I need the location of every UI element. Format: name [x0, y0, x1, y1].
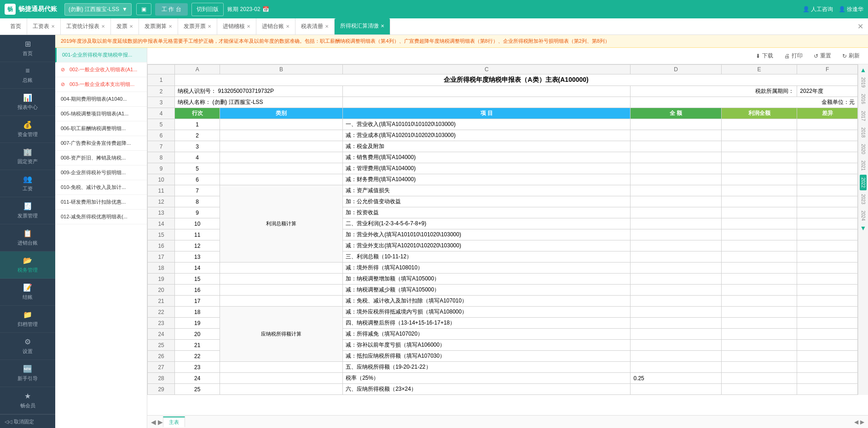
close-icon[interactable]: ✕	[381, 23, 384, 29]
close-icon[interactable]: ✕	[286, 24, 289, 29]
tax-icon: 📂	[23, 256, 32, 265]
tab-invoice-open[interactable]: 发票开票 ✕	[178, 18, 217, 35]
sheet-tab-main[interactable]: 主表	[163, 417, 185, 427]
switch-old-button[interactable]: 切到旧版	[191, 3, 224, 16]
year-2023[interactable]: 2023	[860, 191, 867, 207]
reset-button[interactable]: ↺ 重置	[811, 51, 834, 61]
download-button[interactable]: ⬇ 下载	[753, 51, 776, 61]
close-icon[interactable]: ✕	[51, 24, 55, 29]
table-row: 3 纳税人名称： (勿删) 江西服宝-LSS 金额单位：元	[148, 97, 858, 108]
tab-invoice-calc[interactable]: 发票测算 ✕	[139, 18, 178, 35]
sheet-container[interactable]: A B C D E F	[147, 64, 868, 415]
tab-income-tax[interactable]: 所得税汇算清缴 ✕	[335, 18, 390, 35]
sidebar-item-purchase-sales[interactable]: 📋 进销台账	[0, 224, 55, 251]
list-item-006[interactable]: 006-职工薪酬纳税调整明细...	[55, 121, 147, 136]
sidebar-item-invoices[interactable]: 🧾 发票管理	[0, 197, 55, 224]
year-2021[interactable]: 2021	[860, 158, 867, 173]
sidebar-item-finance[interactable]: 💰 资金管理	[0, 116, 55, 143]
assets-icon: 🏢	[23, 148, 32, 156]
tab-invoice[interactable]: 发票 ✕	[111, 18, 139, 35]
consult-button[interactable]: 👤 人工咨询	[803, 6, 833, 13]
tab-payroll-report[interactable]: 工资统计报表 ✕	[61, 18, 111, 35]
tab-home[interactable]: 首页	[5, 18, 27, 35]
list-item-012[interactable]: 012-减免所得税优惠明细表(...	[55, 210, 147, 224]
close-icon[interactable]: ✕	[208, 24, 211, 29]
top-actions: ▣ 工 作 台 切到旧版 账期 2023-02 📅	[136, 3, 269, 16]
settings-icon: ⚙	[24, 337, 31, 346]
period-label: 账期	[227, 6, 238, 13]
close-icon[interactable]: ✕	[168, 24, 172, 29]
company-selector[interactable]: (勿删) 江西服宝-LSS ▼	[64, 3, 132, 16]
year-up-arrow[interactable]: ▲	[860, 66, 867, 74]
avatar-icon: 👤	[839, 6, 845, 12]
close-icon[interactable]: ✕	[325, 24, 329, 29]
work-bench-button[interactable]: 工 作 台	[155, 3, 188, 16]
close-icon[interactable]: ✕	[129, 24, 133, 29]
doc-icon[interactable]: ▣	[136, 3, 151, 15]
table-row: 19 15 加：纳税调整增加额（填写A105000）	[148, 274, 858, 285]
sidebar-item-assets[interactable]: 🏢 固定资产	[0, 143, 55, 170]
app-title: 畅捷通易代账	[18, 5, 57, 13]
list-item-005[interactable]: 005-纳税调整项目明细表(A1...	[55, 107, 147, 121]
list-item-001[interactable]: 001-企业所得税年度纳税申报...	[55, 48, 147, 63]
list-item-011[interactable]: 011-研发费用加计扣除优惠...	[55, 195, 147, 210]
sidebar-item-membership[interactable]: ★ 畅会员	[0, 387, 55, 414]
col-header-line: 行次	[175, 108, 220, 119]
sidebar-item-ledger[interactable]: ≡ 总账	[0, 62, 55, 89]
tab-close-all[interactable]: ✕	[857, 22, 863, 31]
tab-sales-ledger[interactable]: 进销台账 ✕	[256, 18, 295, 35]
unit-label: 金额单位：元	[631, 97, 858, 108]
list-item-003[interactable]: ⊘ 003-一般企业成本支出明细...	[55, 77, 147, 92]
nav-left-icon[interactable]: ◀	[151, 418, 156, 426]
scroll-left-icon[interactable]: ◀	[854, 419, 858, 425]
print-button[interactable]: 🖨 打印	[781, 51, 805, 61]
sidebar-item-archive[interactable]: 📁 归档管理	[0, 306, 55, 333]
year-2018[interactable]: 2018	[860, 125, 867, 140]
close-icon[interactable]: ✕	[247, 24, 250, 29]
list-item-004[interactable]: 004-期间费用明细表(A1040...	[55, 92, 147, 107]
year-2024[interactable]: 2024	[860, 208, 867, 223]
reset-icon: ↺	[814, 53, 818, 59]
person-icon: 👤	[803, 6, 810, 12]
col-header-profit: 利润全额	[721, 108, 797, 119]
sidebar-item-guide[interactable]: 🆕 新手引导	[0, 360, 55, 387]
list-item-007[interactable]: 007-广告费和业务宣传费超降...	[55, 136, 147, 151]
year-down-arrow[interactable]: ▼	[860, 224, 867, 232]
sidebar-item-reports[interactable]: 📊 报表中心	[0, 89, 55, 116]
sidebar-bottom: ◁◁ 取消固定	[0, 414, 55, 428]
error-dot: ⊘	[61, 67, 65, 73]
tab-sales-audit[interactable]: 进销稽核 ✕	[217, 18, 256, 35]
tab-tax-clearance[interactable]: 税表清册 ✕	[295, 18, 335, 35]
sidebar-item-closing[interactable]: 📝 结账	[0, 279, 55, 306]
year-2017[interactable]: 2017	[860, 108, 867, 124]
col-header-E: E	[721, 65, 797, 74]
sidebar-item-home[interactable]: ⊞ 首页	[0, 35, 55, 62]
finance-icon: 💰	[23, 120, 32, 129]
close-icon[interactable]: ✕	[101, 24, 105, 29]
sidebar-item-tax[interactable]: 📂 税务管理	[0, 251, 55, 279]
year-2020[interactable]: 2020	[860, 141, 867, 157]
refresh-button[interactable]: ↻ 刷新	[839, 51, 862, 61]
year-2022[interactable]: 2022	[860, 175, 867, 190]
list-item-010[interactable]: 010-免税、减计收入及加计...	[55, 180, 147, 195]
nav-right-icon[interactable]: ▶	[158, 418, 163, 426]
year-2016[interactable]: 2016	[860, 91, 867, 107]
reports-icon: 📊	[23, 93, 32, 102]
sheet-nav-arrows[interactable]: ◀ ▶	[151, 418, 163, 426]
user-button[interactable]: 👤 徐逢华	[839, 6, 863, 13]
sidebar-item-payroll[interactable]: 👥 工资	[0, 170, 55, 197]
content-body: 001-企业所得税年度纳税申报... ⊘ 002-一般企业收入明细表(A1...…	[55, 48, 868, 428]
col-header-amount: 全 额	[631, 108, 721, 119]
table-row: 8 4 减：销售费用(填写A104000)	[148, 152, 858, 163]
pin-button[interactable]: ◁◁ 取消固定	[0, 415, 55, 428]
sidebar-item-settings[interactable]: ⚙ 设置	[0, 333, 55, 360]
list-item-009[interactable]: 009-企业所得税补亏损明细...	[55, 165, 147, 180]
year-2019[interactable]: 2019	[860, 74, 867, 90]
scroll-right-icon[interactable]: ▶	[860, 419, 864, 425]
sheet-scroll-area[interactable]: A B C D E F	[147, 64, 858, 395]
list-item-008[interactable]: 008-资产折旧、摊销及纳税...	[55, 151, 147, 165]
tab-payroll[interactable]: 工资表 ✕	[27, 18, 61, 35]
table-row: 27 23 五、应纳税所得额（19-20-21-22）	[148, 362, 858, 373]
top-bar: 畅 畅捷通易代账 (勿删) 江西服宝-LSS ▼ ▣ 工 作 台 切到旧版 账期…	[0, 0, 868, 18]
list-item-002[interactable]: ⊘ 002-一般企业收入明细表(A1...	[55, 63, 147, 77]
